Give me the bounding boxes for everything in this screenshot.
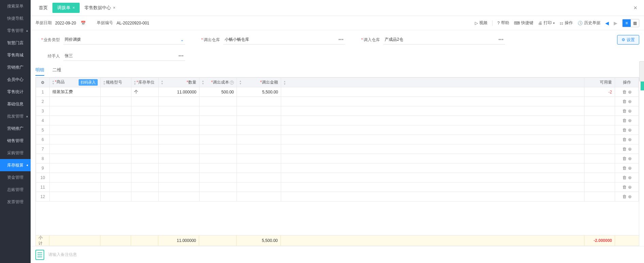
close-icon[interactable]: ×	[113, 3, 115, 13]
tab-home[interactable]: 首页	[34, 3, 52, 13]
cell-amount[interactable]	[237, 106, 281, 116]
more-icon[interactable]: •••	[498, 37, 504, 42]
cell-cost[interactable]	[199, 106, 237, 116]
right-drawer-handle[interactable]	[639, 61, 644, 82]
table-row[interactable]: 4🗑⊕	[36, 116, 639, 125]
cell-product[interactable]	[50, 163, 101, 173]
delete-icon[interactable]: 🗑	[622, 165, 627, 171]
outwh-select[interactable]: 小畅小畅仓库•••	[223, 35, 345, 45]
tabbar-close-all[interactable]: ×	[630, 4, 641, 12]
cell-amount[interactable]	[237, 116, 281, 125]
cell-cost[interactable]: 500.00	[199, 87, 237, 97]
tab-transfer[interactable]: 调拨单×	[52, 3, 80, 13]
add-icon[interactable]: ⊕	[628, 146, 632, 152]
cell-spec[interactable]	[101, 87, 131, 97]
sidebar-item-inventory[interactable]: 库存核算◂	[0, 159, 31, 171]
video-button[interactable]: ▷视频	[475, 20, 487, 26]
cell-unit[interactable]	[131, 163, 159, 173]
cell-product[interactable]	[50, 144, 101, 154]
cell-product[interactable]: 组装加工费	[50, 87, 101, 97]
table-row[interactable]: 2🗑⊕	[36, 97, 639, 106]
cell-qty[interactable]: 11.000000	[159, 87, 199, 97]
scan-button[interactable]: 扫码录入	[79, 79, 98, 86]
delete-icon[interactable]: 🗑	[622, 89, 627, 94]
cell-spec[interactable]	[101, 116, 131, 125]
cell-amount[interactable]	[237, 163, 281, 173]
cell-cost[interactable]	[199, 192, 237, 201]
cell-unit[interactable]	[131, 182, 159, 192]
col-amount[interactable]: ▴▾*调出金额	[237, 78, 281, 87]
col-available[interactable]: 可用量	[584, 78, 615, 87]
history-button[interactable]: 🕓历史单据	[578, 20, 600, 26]
tab-retaildata[interactable]: 零售数据中心×	[80, 3, 120, 13]
cell-spec[interactable]	[101, 97, 131, 106]
more-icon[interactable]: •••	[338, 37, 344, 42]
delete-icon[interactable]: 🗑	[622, 108, 627, 113]
cell-unit[interactable]: 个	[131, 87, 159, 97]
cell-unit[interactable]	[131, 106, 159, 116]
add-icon[interactable]: ⊕	[628, 185, 632, 190]
cell-unit[interactable]	[131, 97, 159, 106]
remark-input[interactable]: 请输入备注信息	[48, 252, 639, 258]
sidebar-item-marketing2[interactable]: 营销推广	[0, 122, 31, 135]
date-input[interactable]: 2022-09-20	[55, 21, 76, 25]
cell-amount[interactable]	[237, 173, 281, 182]
calendar-icon[interactable]: 📅	[81, 21, 86, 25]
cell-qty[interactable]	[159, 135, 199, 144]
cell-unit[interactable]	[131, 125, 159, 135]
col-product[interactable]: ▴▾*商品扫码录入	[50, 78, 101, 87]
cell-spec[interactable]	[101, 154, 131, 163]
close-icon[interactable]: ×	[73, 3, 75, 13]
cell-product[interactable]	[50, 173, 101, 182]
add-icon[interactable]: ⊕	[628, 175, 632, 180]
cell-spec[interactable]	[101, 163, 131, 173]
sidebar-item-quicknav[interactable]: 快捷导航	[0, 12, 31, 24]
settings-button[interactable]: ⚙设置	[617, 35, 639, 45]
right-accent-tab[interactable]	[641, 82, 644, 90]
add-icon[interactable]: ⊕	[628, 156, 632, 161]
cell-qty[interactable]	[159, 144, 199, 154]
delete-icon[interactable]: 🗑	[622, 99, 627, 104]
table-row[interactable]: 6🗑⊕	[36, 135, 639, 144]
cell-amount[interactable]	[237, 125, 281, 135]
tab-detail[interactable]: 明细	[35, 67, 44, 76]
cell-amount[interactable]	[237, 135, 281, 144]
sidebar-item-invoice[interactable]: 发票管理	[0, 196, 31, 208]
cell-qty[interactable]	[159, 163, 199, 173]
add-icon[interactable]: ⊕	[628, 118, 632, 123]
cell-amount[interactable]	[237, 144, 281, 154]
cell-qty[interactable]	[159, 154, 199, 163]
cell-product[interactable]	[50, 97, 101, 106]
cell-amount[interactable]	[237, 182, 281, 192]
delete-icon[interactable]: 🗑	[622, 175, 627, 180]
sidebar-group-retail[interactable]: 零售管理▴	[0, 24, 31, 37]
cell-spec[interactable]	[101, 106, 131, 116]
handler-select[interactable]: 张三•••	[63, 51, 185, 61]
table-row[interactable]: 3🗑⊕	[36, 106, 639, 116]
cell-qty[interactable]	[159, 106, 199, 116]
cell-product[interactable]	[50, 135, 101, 144]
cell-cost[interactable]	[199, 182, 237, 192]
inwh-select[interactable]: 产成品2仓•••	[383, 35, 505, 45]
cell-cost[interactable]	[199, 163, 237, 173]
table-row[interactable]: 5🗑⊕	[36, 125, 639, 135]
sidebar-item-retailmall[interactable]: 零售商城	[0, 49, 31, 61]
cell-cost[interactable]	[199, 154, 237, 163]
table-row[interactable]: 7🗑⊕	[36, 144, 639, 154]
col-unit[interactable]: ▴▾*库存单位	[131, 78, 159, 87]
cell-qty[interactable]	[159, 116, 199, 125]
help-button[interactable]: ?帮助	[497, 20, 509, 26]
cell-amount[interactable]	[237, 97, 281, 106]
delete-icon[interactable]: 🗑	[622, 185, 627, 190]
sidebar-item-retailstats[interactable]: 零售统计	[0, 86, 31, 98]
cell-spec[interactable]	[101, 173, 131, 182]
sidebar-item-baseinfo[interactable]: 基础信息	[0, 98, 31, 110]
cell-qty[interactable]	[159, 97, 199, 106]
add-icon[interactable]: ⊕	[628, 127, 632, 133]
sidebar-item-member[interactable]: 会员中心	[0, 73, 31, 86]
delete-icon[interactable]: 🗑	[622, 137, 627, 142]
sidebar-item-purchase[interactable]: 采购管理	[0, 147, 31, 159]
col-spec[interactable]: ▴▾规格型号	[101, 78, 131, 87]
cell-unit[interactable]	[131, 116, 159, 125]
delete-icon[interactable]: 🗑	[622, 146, 627, 152]
